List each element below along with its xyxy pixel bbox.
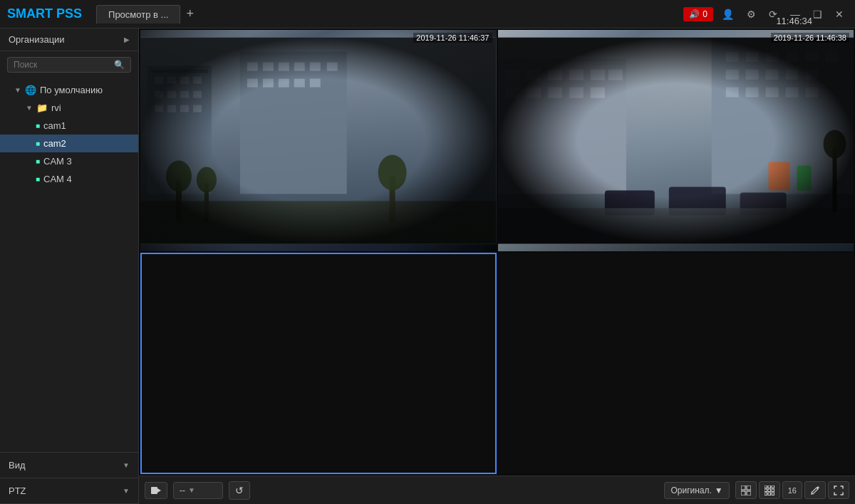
svg-rect-78 xyxy=(741,491,745,495)
rvi-label: rvi xyxy=(51,103,133,113)
folder-icon: 📁 xyxy=(36,103,48,113)
user-button[interactable]: 👤 xyxy=(717,7,738,21)
sidebar-item-cam1[interactable]: ■ cam1 xyxy=(0,117,138,135)
cam4-icon: ■ xyxy=(36,175,40,183)
rvi-arrow: ▼ xyxy=(26,104,33,112)
cam1-overlay xyxy=(140,30,497,251)
sidebar-bottom: Вид ▼ PTZ ▼ xyxy=(0,452,138,504)
cam2-icon: ■ xyxy=(36,140,40,147)
video-cell-cam1[interactable]: 2019-11-26 11:46:37 xyxy=(140,30,497,251)
search-box: 🔍 xyxy=(7,57,131,73)
layout-2x2-button[interactable] xyxy=(735,481,757,498)
svg-rect-80 xyxy=(765,485,767,488)
layout-16-label: 16 xyxy=(788,486,797,495)
svg-rect-85 xyxy=(772,489,774,492)
close-button[interactable]: ✕ xyxy=(831,7,848,21)
svg-rect-81 xyxy=(768,485,771,488)
layout-buttons: 16 xyxy=(735,481,849,498)
layout-3x3-button[interactable] xyxy=(759,481,780,498)
bottom-toolbar: -- ▼ ↺ Оригинал. ▼ xyxy=(139,476,855,504)
record-button[interactable] xyxy=(145,482,167,499)
cam2-overlay xyxy=(498,30,854,251)
layout-16-button[interactable]: 16 xyxy=(782,481,802,498)
cam3-icon: ■ xyxy=(36,157,40,165)
fullscreen-icon xyxy=(834,485,844,495)
default-group-label: По умолчанию xyxy=(40,85,133,95)
quality-value: Оригинал. xyxy=(670,485,711,495)
svg-rect-77 xyxy=(747,485,751,490)
layout-2x2-icon xyxy=(741,485,751,495)
svg-rect-86 xyxy=(765,493,767,495)
cam1-feed xyxy=(140,30,497,251)
svg-rect-82 xyxy=(772,485,774,488)
layout-3x3-icon xyxy=(765,485,774,495)
cam1-icon: ■ xyxy=(36,122,40,130)
main-tab[interactable]: Просмотр в ... xyxy=(96,5,180,23)
main-layout: Организации ▶ 🔍 ▼ 🌐 По умолчанию ▼ 📁 rvi… xyxy=(0,28,855,504)
video-cell-cam3[interactable] xyxy=(140,253,497,474)
stream-dropdown[interactable]: -- ▼ xyxy=(173,482,223,499)
svg-rect-79 xyxy=(747,491,751,495)
logo-pss: PSS xyxy=(56,6,82,21)
svg-marker-75 xyxy=(157,488,161,493)
svg-rect-88 xyxy=(772,493,774,495)
sidebar-item-cam2[interactable]: ■ cam2 xyxy=(0,135,138,152)
cam4-label: CAM 4 xyxy=(43,174,133,184)
organizations-header[interactable]: Организации ▶ xyxy=(0,28,138,51)
camera-tree: ▼ 🌐 По умолчанию ▼ 📁 rvi ■ cam1 ■ cam2 ■ xyxy=(0,78,138,452)
svg-rect-76 xyxy=(741,485,745,490)
video-cell-cam4[interactable] xyxy=(498,253,854,474)
ptz-arrow: ▼ xyxy=(123,487,130,495)
ptz-label: PTZ xyxy=(9,485,26,496)
content-area: 2019-11-26 11:46:37 xyxy=(139,28,855,504)
svg-rect-73 xyxy=(498,38,854,244)
add-tab-button[interactable]: + xyxy=(186,6,194,21)
fullscreen-button[interactable] xyxy=(828,481,849,498)
cam3-label: CAM 3 xyxy=(43,156,133,167)
view-arrow: ▼ xyxy=(123,461,130,469)
svg-rect-84 xyxy=(768,489,771,492)
settings-button[interactable]: ⚙ xyxy=(742,7,760,21)
refresh-icon: ↺ xyxy=(235,485,244,496)
view-section[interactable]: Вид ▼ xyxy=(0,453,138,478)
speaker-icon: 🔊 xyxy=(689,9,700,19)
alert-count: 0 xyxy=(703,9,708,19)
quality-dropdown-arrow: ▼ xyxy=(715,485,723,495)
record-icon xyxy=(151,485,161,495)
svg-rect-87 xyxy=(768,493,771,495)
sidebar-item-cam3[interactable]: ■ CAM 3 xyxy=(0,152,138,170)
svg-rect-74 xyxy=(151,487,157,494)
svg-rect-34 xyxy=(140,38,497,244)
stream-dropdown-arrow: ▼ xyxy=(188,486,195,494)
titlebar-right: 🔊 0 👤 ⚙ ⟳ — ❑ ✕ xyxy=(683,7,848,21)
edit-layout-button[interactable] xyxy=(804,481,826,498)
organizations-label: Организации xyxy=(9,34,65,45)
alert-button[interactable]: 🔊 0 xyxy=(683,7,713,21)
search-input[interactable] xyxy=(14,60,114,70)
default-group-arrow: ▼ xyxy=(14,86,21,94)
rvi-group-item[interactable]: ▼ 📁 rvi xyxy=(0,99,138,117)
cam1-label: cam1 xyxy=(43,120,133,131)
refresh-button[interactable]: ↺ xyxy=(229,481,250,500)
view-label: Вид xyxy=(9,460,26,471)
cam2-timestamp: 2019-11-26 11:46:38 xyxy=(771,33,849,43)
ptz-section[interactable]: PTZ ▼ xyxy=(0,478,138,504)
logo-smart: SMART xyxy=(7,6,53,21)
sidebar: Организации ▶ 🔍 ▼ 🌐 По умолчанию ▼ 📁 rvi… xyxy=(0,28,139,504)
stream-value: -- xyxy=(180,485,185,495)
default-group-item[interactable]: ▼ 🌐 По умолчанию xyxy=(0,81,138,99)
organizations-arrow: ▶ xyxy=(124,36,130,43)
edit-icon xyxy=(810,485,820,495)
video-grid: 2019-11-26 11:46:37 xyxy=(139,28,855,476)
titlebar: SMART PSS Просмотр в ... + 🔊 0 👤 ⚙ ⟳ — ❑… xyxy=(0,0,855,28)
cam2-label: cam2 xyxy=(43,138,133,149)
search-icon[interactable]: 🔍 xyxy=(114,60,125,70)
network-icon: 🌐 xyxy=(25,85,36,95)
clock: 11:46:34 xyxy=(776,16,812,26)
cam1-timestamp: 2019-11-26 11:46:37 xyxy=(413,33,492,43)
quality-dropdown[interactable]: Оригинал. ▼ xyxy=(664,482,729,499)
video-cell-cam2[interactable]: 2019-11-26 11:46:38 xyxy=(498,30,854,251)
app-logo: SMART PSS xyxy=(7,6,82,21)
sidebar-item-cam4[interactable]: ■ CAM 4 xyxy=(0,170,138,188)
tab-area: Просмотр в ... + xyxy=(96,5,683,23)
